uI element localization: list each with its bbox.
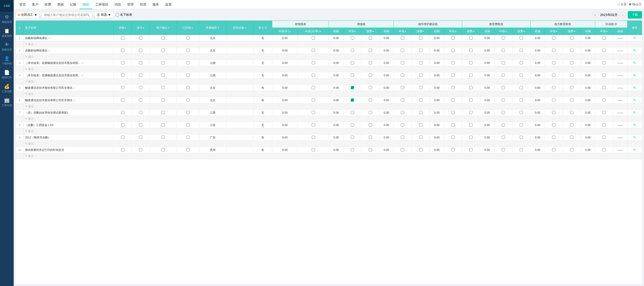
df-jiaofei-cb[interactable]: [570, 74, 573, 77]
cs-shenbao-cb[interactable]: [401, 136, 404, 139]
df-shenbao-cb[interactable]: [552, 61, 555, 64]
caozuo-cell[interactable]: ✎: [628, 110, 642, 116]
df-shenbao-cb[interactable]: [552, 49, 555, 52]
caibao-sub1[interactable]: [298, 147, 329, 153]
zz-jiaofei-cb[interactable]: [369, 123, 372, 127]
yiwanshui-checkbox[interactable]: [186, 36, 190, 40]
yiwanshui-checkbox[interactable]: [186, 86, 190, 89]
chaoshui-checkbox[interactable]: [121, 111, 124, 114]
th-client-name[interactable]: 客户名称: [24, 21, 114, 35]
df-jiaofei-cb[interactable]: [570, 61, 573, 64]
df-jiaofei[interactable]: [563, 85, 581, 91]
zz-jiaofei-cb[interactable]: [369, 74, 372, 77]
zz-shenbao[interactable]: [343, 110, 361, 116]
edit-icon[interactable]: ✎: [633, 73, 636, 77]
chaoshui-checkbox[interactable]: [121, 86, 124, 89]
qingka-checkbox[interactable]: [139, 111, 142, 114]
qingka-checkbox[interactable]: [139, 136, 142, 139]
jy-jiaofei-cb[interactable]: [520, 86, 523, 89]
jy-shenbao[interactable]: [462, 97, 480, 103]
jy-shenbao-cb[interactable]: [469, 123, 473, 127]
th-yiwanshui[interactable]: 已完税▼: [177, 21, 199, 35]
cs-shenbao[interactable]: [394, 110, 412, 116]
cs-shenbao2-cb[interactable]: [451, 74, 455, 77]
cs-shenbao-cb[interactable]: [401, 86, 404, 89]
jy-jiaofei-cb[interactable]: [520, 74, 523, 77]
caibao-sub1[interactable]: [298, 122, 329, 128]
cs-shenbao[interactable]: [394, 35, 412, 41]
df-jiaofei[interactable]: [563, 147, 581, 153]
cs-shenbao2-cb[interactable]: [451, 61, 455, 64]
zz-shenbao[interactable]: [343, 97, 361, 103]
qingka-cell[interactable]: [132, 85, 150, 91]
df-shenbao[interactable]: [545, 60, 563, 66]
jy-shenbao-cb[interactable]: [469, 111, 473, 114]
yiwanshui-cell[interactable]: [177, 97, 199, 103]
cs-shenbao[interactable]: [394, 85, 412, 91]
df-jiaofei[interactable]: [563, 122, 581, 128]
member-btn[interactable]: ▣ 畅会员: [629, 2, 641, 7]
search-input[interactable]: [44, 13, 86, 17]
cs-jiaofei[interactable]: [412, 134, 430, 141]
cs-shenbao2[interactable]: [444, 134, 462, 141]
zz-shenbao-cb[interactable]: [351, 111, 354, 114]
jy-shenbao-cb[interactable]: [469, 136, 473, 139]
qingka-checkbox[interactable]: [139, 49, 142, 52]
df-jiaofei[interactable]: [563, 47, 581, 54]
df-shenbao-cb[interactable]: [552, 74, 555, 77]
zz-shenbao-cb[interactable]: [351, 123, 354, 127]
qingka-checkbox[interactable]: [139, 74, 142, 77]
jy-shenbao2[interactable]: [494, 72, 512, 79]
zz-shenbao[interactable]: [343, 85, 361, 91]
qingka-checkbox[interactable]: [139, 123, 142, 127]
zz-shenbao-cb[interactable]: [351, 136, 354, 139]
chaoshui-cell[interactable]: [114, 134, 132, 141]
df-jiaofei-cb[interactable]: [570, 136, 573, 139]
th-df-shenbao[interactable]: 税额: [530, 28, 545, 35]
caibao-sub1-cb[interactable]: [312, 123, 315, 127]
queren-checkbox[interactable]: [162, 111, 165, 114]
jy-shenbao[interactable]: [462, 72, 480, 79]
cs-shenbao[interactable]: [394, 60, 412, 66]
yh-shenbao[interactable]: [595, 147, 613, 153]
jy-jiaofei-cb[interactable]: [520, 123, 523, 127]
th-diqu[interactable]: 所属地区▼: [199, 21, 226, 35]
zz-jiaofei-cb[interactable]: [369, 49, 372, 52]
df-shenbao[interactable]: [545, 147, 563, 153]
jy-jiaofei[interactable]: [512, 134, 530, 141]
jy-jiaofei[interactable]: [512, 72, 530, 79]
yiwanshui-cell[interactable]: [177, 35, 199, 41]
cs-shenbao[interactable]: [394, 147, 412, 153]
df-shenbao-cb[interactable]: [552, 148, 555, 151]
zz-jiaofei[interactable]: [361, 122, 379, 128]
zz-jiaofei-cb[interactable]: [369, 98, 372, 102]
jy-shenbao-cb[interactable]: [469, 36, 473, 40]
cs-shenbao2-cb[interactable]: [451, 111, 455, 114]
cs-jiaofei[interactable]: [412, 72, 430, 79]
cs-shenbao2-cb[interactable]: [451, 123, 455, 127]
zz-shenbao[interactable]: [343, 60, 361, 66]
df-jiaofei-cb[interactable]: [570, 111, 573, 114]
queren-checkbox[interactable]: [162, 123, 165, 127]
client-name[interactable]: （库存核算）直播畅捷通信息技术股份有限...⚠: [24, 72, 114, 79]
queren-checkbox[interactable]: [162, 49, 165, 52]
cs-jiaofei-cb[interactable]: [419, 98, 422, 102]
chaoshui-cell[interactable]: [114, 85, 132, 91]
cs-shenbao2-cb[interactable]: [451, 49, 455, 52]
th-jy-jiaofei[interactable]: 税额: [480, 28, 494, 35]
cs-jiaofei-cb[interactable]: [419, 123, 422, 127]
chaoshui-checkbox[interactable]: [121, 123, 124, 127]
remark-text[interactable]: ✎ 备注：: [24, 41, 628, 47]
jy-jiaofei[interactable]: [512, 47, 530, 54]
jy-shenbao[interactable]: [462, 122, 480, 128]
caibao-sub1[interactable]: [298, 47, 329, 54]
th-shouru[interactable]: 收入 C: [253, 21, 272, 35]
sidebar-item-geshui-shenbao[interactable]: 👤 个税申报: [0, 54, 14, 68]
mingxia-checkbox[interactable]: [116, 13, 119, 16]
df-shenbao-cb[interactable]: [552, 111, 555, 114]
th-cs-jiaofei[interactable]: 缴费▼: [412, 28, 430, 35]
cs-shenbao2-cb[interactable]: [451, 36, 455, 40]
edit-icon[interactable]: ✎: [633, 36, 636, 40]
yiwanshui-cell[interactable]: [177, 60, 199, 66]
caozuo-cell[interactable]: ✎: [628, 72, 642, 79]
